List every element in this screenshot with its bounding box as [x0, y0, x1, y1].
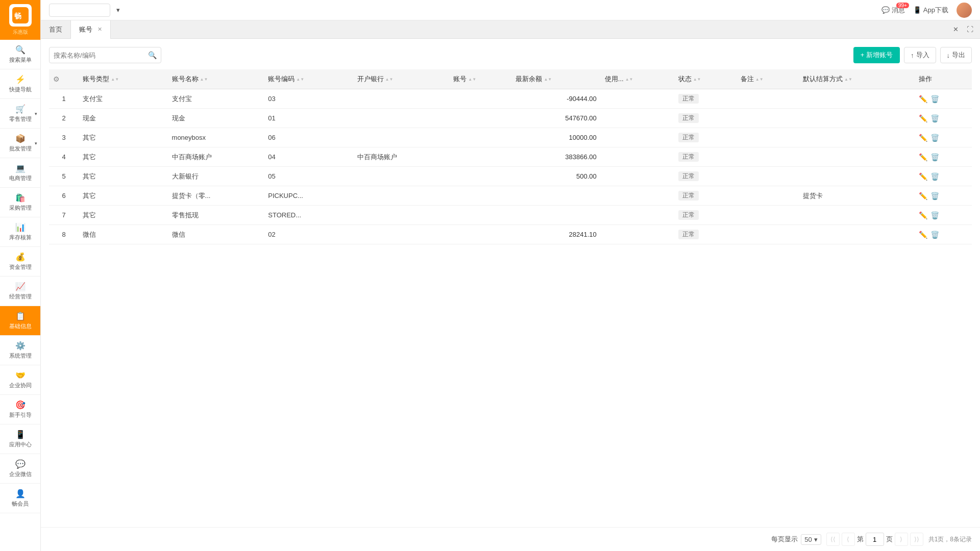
cell-name-7: 微信 [168, 225, 264, 244]
cell-default-settle-0 [799, 89, 915, 109]
sidebar-item-1[interactable]: ⚡ 快捷导航 [0, 69, 40, 99]
edit-icon-2[interactable]: ✏️ [919, 134, 927, 142]
col-account-num[interactable]: 账号▲▼ [449, 69, 511, 89]
col-account-code[interactable]: 账号编码▲▼ [264, 69, 353, 89]
sidebar-item-10[interactable]: ⚙️ 系统管理 [0, 336, 40, 365]
sidebar-item-2[interactable]: 🛒 零售管理 ▾ [0, 99, 40, 129]
cell-remark-4 [737, 167, 799, 186]
sidebar-item-14[interactable]: 💬 企业微信 [0, 454, 40, 484]
user-avatar[interactable] [957, 3, 972, 18]
search-input[interactable] [54, 52, 148, 59]
sidebar-icon-13: 📱 [15, 430, 26, 439]
sidebar-item-0[interactable]: 🔍 搜索菜单 [0, 40, 40, 69]
delete-icon-4[interactable]: 🗑️ [930, 172, 939, 181]
tab-account[interactable]: 账号 ✕ [71, 20, 111, 39]
sidebar-item-6[interactable]: 📊 库存核算 [0, 217, 40, 247]
sidebar-label-6: 库存核算 [9, 234, 32, 241]
cell-num-6: 7 [49, 206, 79, 225]
cell-type-2: 其它 [79, 128, 167, 147]
edit-icon-3[interactable]: ✏️ [919, 153, 927, 161]
cell-status-2: 正常 [674, 128, 737, 147]
tab-home-label: 首页 [49, 25, 62, 34]
edit-icon-4[interactable]: ✏️ [919, 172, 927, 181]
page-prev-button[interactable]: ⟨ [842, 533, 855, 546]
tab-home[interactable]: 首页 [41, 20, 71, 39]
delete-icon-7[interactable]: 🗑️ [930, 231, 939, 239]
cell-name-6: 零售抵现 [168, 206, 264, 225]
sidebar-item-9[interactable]: 📋 基础信息 [0, 306, 40, 336]
table-row: 8 微信 微信 02 28241.10 正常 ✏️ 🗑️ [49, 225, 972, 244]
sidebar-item-5[interactable]: 🛍️ 采购管理 [0, 188, 40, 217]
app-download-label: App下载 [923, 6, 948, 15]
sidebar-item-15[interactable]: 👤 畅会员 [0, 484, 40, 513]
page-first-button[interactable]: ⟨⟨ [826, 533, 840, 546]
sidebar-item-11[interactable]: 🤝 企业协同 [0, 365, 40, 395]
page-next-button[interactable]: ⟩ [895, 533, 908, 546]
page-size-arrow-icon: ▾ [814, 536, 818, 543]
sidebar-label-4: 电商管理 [9, 174, 32, 182]
tab-actions: ✕ ⛶ [949, 23, 980, 36]
cell-balance-7: 28241.10 [511, 225, 600, 244]
sidebar-item-7[interactable]: 💰 资金管理 [0, 247, 40, 277]
col-default-settle[interactable]: 默认结算方式▲▼ [799, 69, 915, 89]
delete-icon-3[interactable]: 🗑️ [930, 153, 939, 161]
page-last-button[interactable]: ⟩⟩ [910, 533, 923, 546]
sidebar-item-8[interactable]: 📈 经营管理 [0, 277, 40, 306]
cell-remark-6 [737, 206, 799, 225]
sidebar-label-7: 资金管理 [9, 263, 32, 271]
sidebar: 畅 乐惠版 🔍 搜索菜单 ⚡ 快捷导航 🛒 零售管理 ▾ 📦 批发管理 ▾ 💻 … [0, 0, 41, 551]
topbar-dropdown[interactable]: ▾ [116, 6, 120, 14]
table-row: 4 其它 中百商场账户 04 中百商场账户 383866.00 正常 ✏️ 🗑️ [49, 147, 972, 167]
col-remark[interactable]: 备注▲▼ [737, 69, 799, 89]
export-button[interactable]: ↓ 导出 [940, 47, 972, 63]
cell-name-4: 大新银行 [168, 167, 264, 186]
toolbar-right: + 新增账号 ↑ 导入 ↓ 导出 [853, 47, 972, 63]
tab-close-all-button[interactable]: ✕ [949, 23, 962, 36]
cell-bank-2 [353, 128, 450, 147]
cell-code-7: 02 [264, 225, 353, 244]
sidebar-label-3: 批发管理 [9, 145, 32, 153]
cell-name-2: moneybosx [168, 128, 264, 147]
col-account-name[interactable]: 账号名称▲▼ [168, 69, 264, 89]
col-balance[interactable]: 最新余额▲▼ [511, 69, 600, 89]
topbar-search-input[interactable] [49, 4, 110, 17]
tab-account-close-icon[interactable]: ✕ [97, 26, 102, 33]
sidebar-item-4[interactable]: 💻 电商管理 [0, 158, 40, 188]
page-size-dropdown[interactable]: 50 ▾ [801, 534, 821, 545]
edit-icon-7[interactable]: ✏️ [919, 231, 927, 239]
search-box[interactable]: 🔍 [49, 47, 161, 63]
tab-expand-button[interactable]: ⛶ [964, 23, 976, 36]
cell-default-settle-2 [799, 128, 915, 147]
cell-balance-6 [511, 206, 600, 225]
cell-status-3: 正常 [674, 147, 737, 167]
edit-icon-1[interactable]: ✏️ [919, 114, 927, 122]
sidebar-item-13[interactable]: 📱 应用中心 [0, 424, 40, 454]
sidebar-item-3[interactable]: 📦 批发管理 ▾ [0, 129, 40, 158]
delete-icon-5[interactable]: 🗑️ [930, 192, 939, 200]
edit-icon-6[interactable]: ✏️ [919, 211, 927, 219]
add-account-button[interactable]: + 新增账号 [853, 47, 900, 63]
delete-icon-1[interactable]: 🗑️ [930, 114, 939, 122]
import-button[interactable]: ↑ 导入 [904, 47, 936, 63]
col-status[interactable]: 状态▲▼ [674, 69, 737, 89]
sidebar-label-5: 采购管理 [9, 204, 32, 212]
edit-icon-0[interactable]: ✏️ [919, 95, 927, 103]
cell-action-3: ✏️ 🗑️ [915, 147, 972, 167]
edit-icon-5[interactable]: ✏️ [919, 192, 927, 200]
col-use[interactable]: 使用...▲▼ [601, 69, 674, 89]
col-action: 操作 [915, 69, 972, 89]
col-gear[interactable]: ⚙ [49, 69, 79, 89]
message-button[interactable]: 💬 消息 99+ [881, 6, 905, 15]
delete-icon-6[interactable]: 🗑️ [930, 211, 939, 219]
delete-icon-0[interactable]: 🗑️ [930, 95, 939, 103]
cell-remark-7 [737, 225, 799, 244]
app-download-button[interactable]: 📱 App下载 [913, 6, 948, 15]
sidebar-item-12[interactable]: 🎯 新手引导 [0, 395, 40, 424]
app-download-icon: 📱 [913, 6, 921, 14]
message-icon: 💬 [881, 6, 890, 14]
delete-icon-2[interactable]: 🗑️ [930, 134, 939, 142]
col-account-type[interactable]: 账号类型▲▼ [79, 69, 167, 89]
page-number-input[interactable] [866, 533, 884, 546]
sidebar-icon-6: 📊 [15, 222, 26, 232]
col-bank[interactable]: 开户银行▲▼ [353, 69, 450, 89]
